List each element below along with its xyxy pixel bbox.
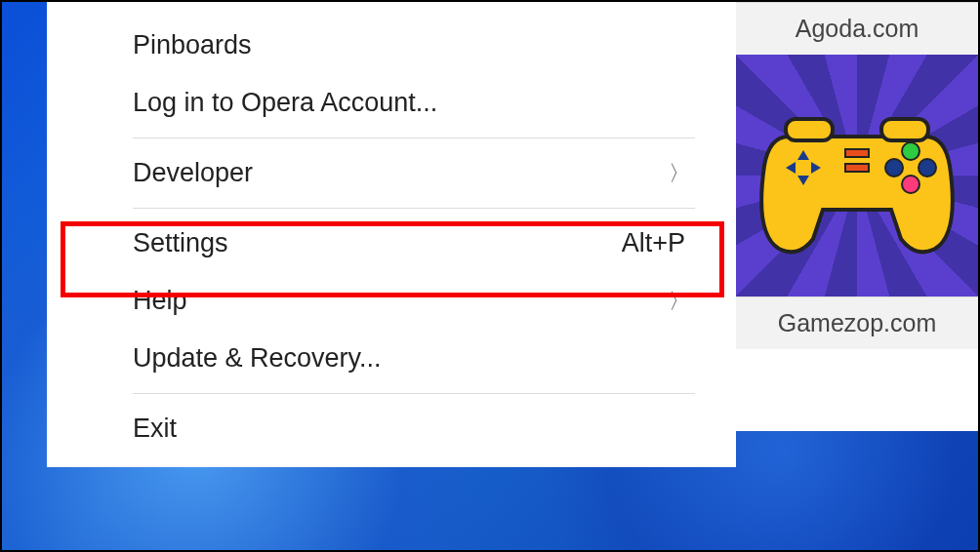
tile-gamezop-image [736,55,978,296]
menu-login[interactable]: Log in to Opera Account... [47,74,736,132]
svg-point-11 [902,176,919,193]
tile-gamezop[interactable]: Gamezop.com [736,55,978,349]
menu-update[interactable]: Update & Recovery... [47,330,736,387]
svg-point-10 [919,159,936,177]
svg-rect-0 [786,119,833,140]
opera-main-menu: Pinboards Log in to Opera Account... Dev… [47,2,736,467]
menu-help[interactable]: Help 〉 [47,272,736,330]
speed-dial-tiles: Agoda.com [736,2,978,431]
game-controller-icon [750,88,964,263]
menu-separator [133,138,695,138]
menu-help-label: Help [133,286,669,316]
tile-agoda-label: Agoda.com [736,2,978,55]
menu-exit[interactable]: Exit [47,400,736,457]
menu-settings-shortcut: Alt+P [622,228,685,258]
menu-settings-label: Settings [133,228,622,258]
menu-settings[interactable]: Settings Alt+P [47,215,736,272]
menu-separator [133,208,695,209]
menu-update-label: Update & Recovery... [133,343,695,374]
menu-pinboards-label: Pinboards [133,30,695,60]
chevron-right-icon: 〉 [669,159,690,188]
svg-point-9 [885,159,903,177]
chevron-right-icon: 〉 [669,287,690,316]
tile-agoda[interactable]: Agoda.com [736,2,978,55]
menu-exit-label: Exit [133,414,695,444]
svg-point-8 [902,142,919,160]
tile-gamezop-label: Gamezop.com [736,296,978,349]
svg-rect-6 [845,149,869,157]
menu-developer-label: Developer [133,158,669,188]
menu-login-label: Log in to Opera Account... [133,88,695,118]
menu-developer[interactable]: Developer 〉 [47,144,736,202]
menu-separator [133,393,695,394]
svg-rect-7 [845,164,869,172]
svg-rect-1 [881,119,928,140]
menu-pinboards[interactable]: Pinboards [47,17,736,74]
